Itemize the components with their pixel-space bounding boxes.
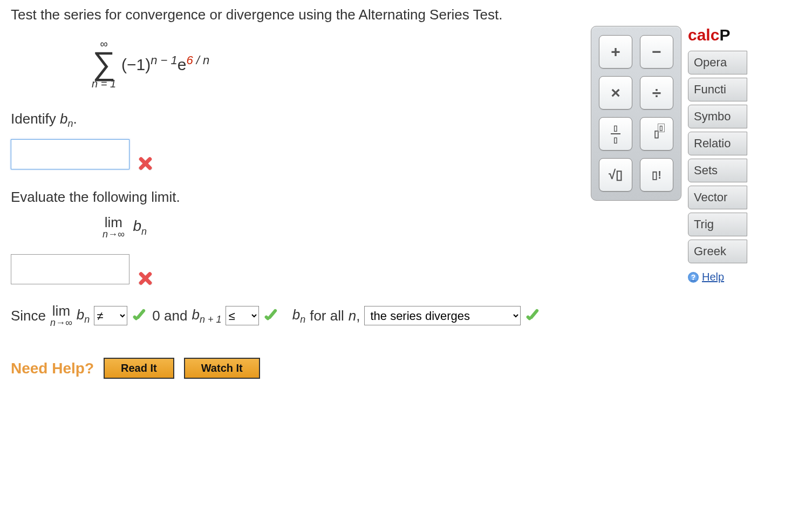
tab-symbols[interactable]: Symbo <box>688 105 747 128</box>
conclusion-sentence: Since lim n→∞ bn ≠= 0 and bn + 1 ≤≥<> bn… <box>11 304 801 328</box>
relation-select-1[interactable]: ≠= <box>94 306 127 325</box>
tab-trig[interactable]: Trig <box>688 213 747 236</box>
watch-it-button[interactable]: Watch It <box>184 358 260 379</box>
root-button[interactable]: √▯ <box>599 158 632 192</box>
fraction-button[interactable]: ▯▯ <box>599 117 632 151</box>
tab-operations[interactable]: Opera <box>688 51 747 74</box>
read-it-button[interactable]: Read It <box>104 358 174 379</box>
need-help-label: Need Help? <box>11 360 94 377</box>
relation-select-2[interactable]: ≤≥<> <box>226 306 259 325</box>
sigma-lower: n = 1 <box>92 78 116 89</box>
bn-input[interactable] <box>11 139 129 169</box>
tab-greek[interactable]: Greek <box>688 240 747 263</box>
plus-button[interactable]: + <box>599 35 632 69</box>
incorrect-icon <box>137 271 153 288</box>
tab-sets[interactable]: Sets <box>688 159 747 182</box>
sigma-symbol: ∑ <box>92 49 115 78</box>
factorial-button[interactable]: ▯! <box>640 158 673 192</box>
minus-button[interactable]: − <box>640 35 673 69</box>
times-button[interactable]: × <box>599 76 632 110</box>
tab-relations[interactable]: Relatio <box>688 132 747 155</box>
incorrect-icon <box>137 156 153 173</box>
power-button[interactable]: ▯▯ <box>640 117 673 151</box>
correct-icon <box>263 311 279 327</box>
limit-input[interactable] <box>11 254 129 284</box>
question-prompt: Test the series for convergence or diver… <box>11 6 801 23</box>
calcpad-help-link[interactable]: ? Help <box>688 271 747 283</box>
correct-icon <box>132 311 148 327</box>
correct-icon <box>525 311 541 327</box>
calcpad-title: calcP <box>688 26 747 44</box>
tab-functions[interactable]: Functi <box>688 78 747 101</box>
tab-vectors[interactable]: Vector <box>688 186 747 209</box>
divide-button[interactable]: ÷ <box>640 76 673 110</box>
series-term: (−1)n − 1e6 / n <box>121 53 209 74</box>
calcpad-panel: + − × ÷ ▯▯ ▯▯ √▯ ▯! calcP Opera Functi S… <box>591 26 812 283</box>
calcpad-operations-grid: + − × ÷ ▯▯ ▯▯ √▯ ▯! <box>591 26 681 201</box>
conclusion-select[interactable]: the series divergesthe series convergest… <box>364 306 521 325</box>
help-icon: ? <box>688 272 699 283</box>
